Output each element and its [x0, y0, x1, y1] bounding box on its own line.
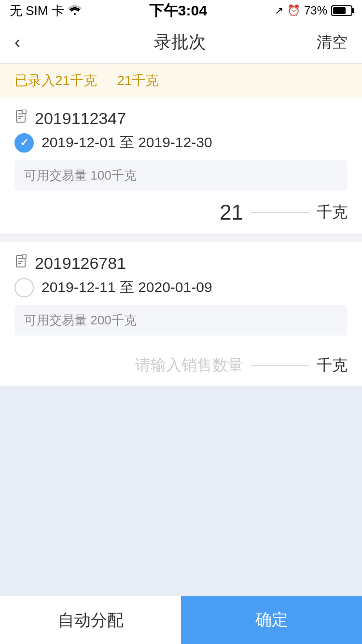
- status-bar: 无 SIM 卡 下午3:04 ↗ ⏰ 73%: [0, 0, 362, 21]
- batch-2-radio[interactable]: [14, 278, 34, 297]
- status-right-icons: ↗ ⏰ 73%: [275, 4, 352, 17]
- batch-1-quantity-value: 21: [220, 200, 243, 224]
- confirm-button[interactable]: 确定: [181, 596, 362, 644]
- summary-divider: [107, 72, 107, 89]
- batch-2-doc-icon: [14, 254, 29, 272]
- batch-2-date: 2019-12-11 至 2020-01-09: [42, 278, 212, 297]
- batch-1-card: 2019112347 2019-12-01 至 2019-12-30 可用交易量…: [0, 98, 362, 191]
- nav-bar: ‹ 录批次 清空: [0, 21, 362, 64]
- batch-2-underline: [251, 365, 309, 366]
- status-time: 下午3:04: [149, 1, 207, 21]
- batch-1-id: 2019112347: [35, 109, 126, 128]
- batch-2-id: 2019126781: [35, 254, 126, 273]
- svg-rect-7: [18, 261, 23, 262]
- batch-1-unit: 千克: [317, 202, 348, 223]
- batch-1-available: 可用交易量 100千克: [14, 160, 348, 191]
- summary-label: 已录入21千克: [14, 71, 97, 90]
- svg-rect-8: [18, 263, 21, 264]
- location-icon: ↗: [275, 4, 283, 17]
- card-divider: [0, 235, 362, 242]
- summary-value: 21千克: [117, 71, 159, 90]
- bottom-bar: 自动分配 确定: [0, 596, 362, 644]
- batch-2-quantity-placeholder: 请输入销售数量: [135, 355, 243, 376]
- batch-1-date: 2019-12-01 至 2019-12-30: [42, 133, 212, 153]
- wifi-icon: [68, 3, 82, 18]
- batch-2-card: 2019126781 2019-12-11 至 2020-01-09 可用交易量…: [0, 242, 362, 345]
- batch-2-unit: 千克: [317, 355, 348, 376]
- batch-1-quantity-row: 21 千克: [0, 191, 362, 235]
- carrier-text: 无 SIM 卡: [10, 2, 64, 19]
- summary-banner: 已录入21千克 21千克: [0, 64, 362, 98]
- batch-1-header: 2019112347: [14, 109, 348, 128]
- batch-2-date-row[interactable]: 2019-12-11 至 2020-01-09: [14, 278, 348, 297]
- clear-button[interactable]: 清空: [317, 32, 348, 53]
- svg-rect-3: [18, 118, 21, 119]
- batch-2-available: 可用交易量 200千克: [14, 305, 348, 336]
- empty-area: [0, 386, 362, 599]
- alarm-icon: ⏰: [287, 4, 300, 17]
- batch-1-underline: [251, 212, 309, 213]
- svg-rect-4: [22, 110, 26, 113]
- svg-rect-9: [22, 254, 26, 258]
- battery-percent: 73%: [304, 4, 327, 17]
- batch-1-radio[interactable]: [14, 133, 34, 153]
- carrier-info: 无 SIM 卡: [10, 2, 82, 19]
- batch-1-doc-icon: [14, 110, 29, 127]
- battery-fill: [333, 7, 346, 14]
- svg-rect-2: [18, 116, 23, 117]
- batch-2-quantity-row[interactable]: 请输入销售数量 千克: [0, 345, 362, 386]
- batch-2-header: 2019126781: [14, 254, 348, 273]
- battery-icon: [331, 5, 352, 16]
- auto-distribute-button[interactable]: 自动分配: [0, 596, 181, 644]
- page-title: 录批次: [154, 30, 206, 54]
- batch-1-date-row[interactable]: 2019-12-01 至 2019-12-30: [14, 133, 348, 153]
- back-button[interactable]: ‹: [14, 32, 43, 53]
